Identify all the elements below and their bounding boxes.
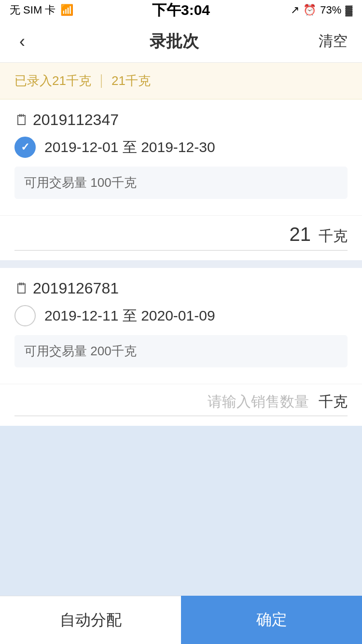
batch-available-box-1: 可用交易量 100千克 bbox=[14, 167, 348, 199]
confirm-button[interactable]: 确定 bbox=[181, 596, 362, 644]
input-quantity-row-2[interactable]: 请输入销售数量 千克 bbox=[0, 384, 362, 412]
batch-available-text-1: 可用交易量 100千克 bbox=[24, 175, 137, 190]
summary-value: 21千克 bbox=[111, 72, 151, 89]
bottom-bar: 自动分配 确定 bbox=[0, 596, 362, 644]
quantity-row-1: 21 千克 bbox=[0, 215, 362, 246]
section-separator bbox=[0, 260, 362, 268]
batch-id-text-1: 2019112347 bbox=[33, 111, 119, 129]
page-title: 录批次 bbox=[150, 30, 199, 53]
radio-button-1[interactable]: ✓ bbox=[14, 137, 36, 158]
batch-id-text-2: 2019126781 bbox=[33, 280, 119, 297]
alarm-icon: ⏰ bbox=[303, 4, 316, 16]
page-body: 🗒 2019112347 ✓ 2019-12-01 至 2019-12-30 可… bbox=[0, 99, 362, 638]
card-padding-2 bbox=[0, 416, 362, 426]
no-sim-text: 无 SIM 卡 bbox=[10, 3, 56, 17]
check-icon-1: ✓ bbox=[21, 141, 29, 154]
input-placeholder-2: 请输入销售数量 bbox=[208, 392, 309, 412]
batch-date-text-1: 2019-12-01 至 2019-12-30 bbox=[44, 138, 215, 157]
status-time: 下午3:04 bbox=[152, 0, 210, 20]
status-left: 无 SIM 卡 📶 bbox=[10, 3, 73, 17]
batch-id-row-1: 🗒 2019112347 bbox=[14, 111, 348, 129]
radio-button-2[interactable] bbox=[14, 305, 36, 326]
batch-card-1: 🗒 2019112347 ✓ 2019-12-01 至 2019-12-30 可… bbox=[0, 99, 362, 260]
batch-available-box-2: 可用交易量 200千克 bbox=[14, 335, 348, 367]
battery-icon: ▓ bbox=[345, 5, 352, 16]
batch-available-text-2: 可用交易量 200千克 bbox=[24, 344, 137, 358]
card-padding-1 bbox=[0, 251, 362, 260]
summary-divider bbox=[101, 74, 102, 88]
quantity-value-1: 21 bbox=[290, 224, 311, 245]
back-button[interactable]: ‹ bbox=[14, 27, 30, 56]
summary-banner: 已录入21千克 21千克 bbox=[0, 63, 362, 99]
location-icon: ↗ bbox=[291, 4, 299, 16]
quantity-unit-1: 千克 bbox=[319, 226, 348, 246]
doc-icon-1: 🗒 bbox=[14, 112, 29, 128]
battery-percent: 73% bbox=[320, 4, 341, 16]
batch-card-1-inner: 🗒 2019112347 ✓ 2019-12-01 至 2019-12-30 可… bbox=[0, 99, 362, 213]
status-bar: 无 SIM 卡 📶 下午3:04 ↗ ⏰ 73% ▓ bbox=[0, 0, 362, 20]
batch-date-row-2[interactable]: 2019-12-11 至 2020-01-09 bbox=[14, 305, 348, 326]
clear-button[interactable]: 清空 bbox=[319, 31, 348, 51]
batch-id-row-2: 🗒 2019126781 bbox=[14, 280, 348, 297]
wifi-icon: 📶 bbox=[60, 4, 73, 16]
auto-distribute-button[interactable]: 自动分配 bbox=[0, 596, 181, 644]
batch-card-2: 🗒 2019126781 2019-12-11 至 2020-01-09 可用交… bbox=[0, 268, 362, 426]
input-unit-2: 千克 bbox=[319, 392, 348, 412]
batch-card-2-inner: 🗒 2019126781 2019-12-11 至 2020-01-09 可用交… bbox=[0, 268, 362, 382]
doc-icon-2: 🗒 bbox=[14, 280, 29, 297]
summary-label: 已录入21千克 bbox=[14, 72, 91, 89]
batch-date-row-1[interactable]: ✓ 2019-12-01 至 2019-12-30 bbox=[14, 137, 348, 158]
status-right: ↗ ⏰ 73% ▓ bbox=[291, 4, 352, 16]
batch-date-text-2: 2019-12-11 至 2020-01-09 bbox=[44, 306, 215, 326]
nav-bar: ‹ 录批次 清空 bbox=[0, 20, 362, 63]
